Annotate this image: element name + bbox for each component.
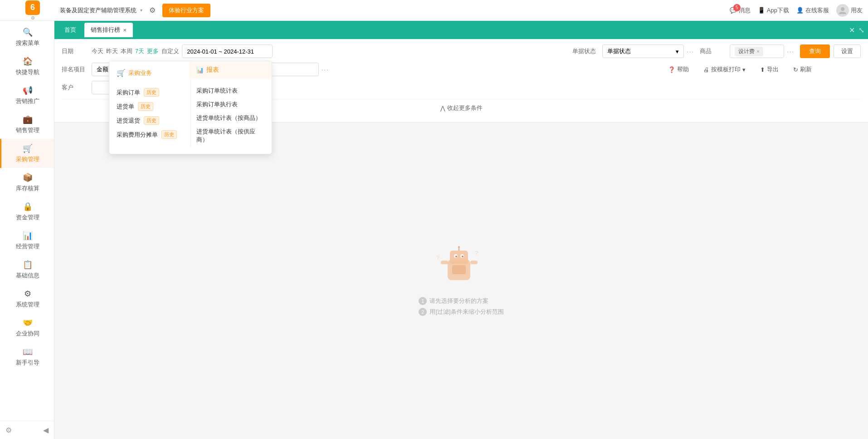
doc-status-value: 单据状态 (607, 47, 631, 55)
refresh-btn[interactable]: ↻ 刷新 (790, 64, 815, 75)
menu-item-incoming-stats-goods[interactable]: 进货单统计表（按商品） (196, 111, 265, 125)
industry-btn[interactable]: 体验行业方案 (162, 4, 210, 17)
sidebar-settings-icon[interactable]: ⚙ (5, 426, 12, 434)
top-header: 6 ⚙ 装备及固定资产辅助管理系统 ▾ ⚙ 体验行业方案 💬 5 消息 📱 Ap… (0, 0, 868, 21)
menu-item-return[interactable]: 进货退货 历史 (117, 113, 185, 128)
svg-rect-10 (441, 261, 448, 264)
sidebar-label-quicknav: 快捷导航 (16, 68, 39, 76)
hint-num-2: 2 (419, 308, 427, 316)
search-icon: 🔍 (23, 27, 33, 37)
sidebar-item-inventory[interactable]: 📦 库存核算 (0, 168, 54, 197)
export-btn[interactable]: ⬆ 导出 (756, 64, 782, 75)
tab-close-all-icon[interactable]: ✕ (849, 26, 855, 35)
help-label: 帮助 (677, 65, 689, 74)
system-title-area: 装备及固定资产辅助管理系统 ▾ ⚙ 体验行业方案 (60, 4, 730, 17)
rank-item-label: 排名项目 (62, 65, 89, 74)
tab-sales-rank[interactable]: 销售排行榜 ✕ (84, 23, 133, 37)
date-week[interactable]: 本周 (121, 47, 132, 55)
menu-item-incoming[interactable]: 进货单 历史 (117, 99, 185, 113)
empty-area: ? ? 1 请先选择要分析的方案 2 用[过滤]条件来缩小分析范围 (54, 123, 868, 439)
doc-status-select[interactable]: 单据状态 ▾ (602, 44, 684, 58)
sidebar-item-purchase[interactable]: 🛒 采购管理 (0, 139, 54, 168)
purchase-section-title: 🛒 采购业务 (117, 69, 185, 80)
purchase-expense-label: 采购费用分摊单 (117, 131, 158, 139)
menu-item-purchase-order-stats[interactable]: 采购订单统计表 (196, 84, 265, 98)
sidebar-label-sales: 销售管理 (16, 126, 39, 134)
empty-hints: 1 请先选择要分析的方案 2 用[过滤]条件来缩小分析范围 (419, 297, 503, 316)
purchase-section-label: 采购业务 (128, 69, 152, 77)
logo-sub: ⚙ (31, 15, 35, 20)
set-button[interactable]: 设置 (834, 44, 861, 58)
hint-item-1: 1 请先选择要分析的方案 (419, 297, 503, 305)
print-arrow-icon: ▾ (742, 66, 746, 73)
online-service-item[interactable]: 👤 在线客服 (796, 6, 829, 15)
cooperation-icon: 🤝 (23, 318, 33, 328)
date-today[interactable]: 今天 (92, 47, 103, 55)
sidebar-item-operations[interactable]: 📊 经营管理 (0, 226, 54, 255)
sidebar-label-cooperation: 企业协同 (16, 330, 39, 338)
date-filter-label: 日期 (62, 47, 89, 55)
menu-item-purchase-expense[interactable]: 采购费用分摊单 历史 (117, 128, 185, 142)
hint-text-2: 用[过滤]条件来缩小分析范围 (429, 308, 503, 316)
help-icon: ❓ (668, 66, 675, 73)
menu-item-purchase-order-exec[interactable]: 采购订单执行表 (196, 98, 265, 111)
menu-item-incoming-stats-supplier[interactable]: 进货单统计表（按供应商） (196, 125, 265, 147)
svg-rect-9 (452, 265, 466, 274)
doc-status-more-icon[interactable]: ··· (687, 48, 694, 55)
notification-item[interactable]: 💬 5 消息 (730, 6, 751, 15)
svg-text:?: ? (436, 254, 439, 261)
sidebar-item-quicknav[interactable]: 🏠 快捷导航 (0, 52, 54, 81)
export-label: 导出 (767, 65, 779, 74)
toolbar-row: 日期 今天 昨天 本周 7天 更多 自定义 单据状态 单据状态 (62, 44, 861, 58)
tab-close-icon[interactable]: ✕ (123, 28, 127, 33)
goods-select[interactable]: 设计费 × (730, 44, 784, 58)
sidebar-item-basicinfo[interactable]: 📋 基础信息 (0, 255, 54, 284)
salesperson-more-icon[interactable]: ··· (322, 66, 329, 73)
sidebar-item-cooperation[interactable]: 🤝 企业协同 (0, 313, 54, 342)
rank-item-value: 金额 (97, 65, 108, 74)
svg-point-8 (458, 246, 460, 248)
date-yesterday[interactable]: 昨天 (106, 47, 118, 55)
query-button[interactable]: 查询 (800, 44, 830, 58)
report-section-header: 📊 报表 (189, 61, 272, 79)
date-7days[interactable]: 7天 (135, 47, 144, 55)
date-more[interactable]: 更多 (147, 47, 159, 55)
incoming-label: 进货单 (117, 103, 134, 111)
tab-home-label: 首页 (64, 26, 76, 34)
sidebar-label-finance: 资金管理 (16, 213, 39, 222)
app-download-item[interactable]: 📱 App下载 (758, 6, 789, 15)
collapse-btn[interactable]: ⋀ 收起更多条件 (438, 101, 485, 115)
doc-status-arrow: ▾ (676, 48, 679, 55)
system-icon: ⚙ (24, 289, 31, 299)
sidebar-label-system: 系统管理 (16, 301, 39, 309)
user-item[interactable]: 用友 (836, 4, 863, 17)
goods-tag-close[interactable]: × (756, 49, 759, 54)
app-download-label: App下载 (767, 6, 789, 15)
sidebar-item-sales[interactable]: 💼 销售管理 (0, 110, 54, 139)
date-range-input[interactable] (182, 44, 273, 58)
sidebar-item-marketing[interactable]: 📢 营销推广 (0, 81, 54, 110)
settings-icon[interactable]: ⚙ (146, 4, 159, 17)
sales-icon: 💼 (23, 114, 33, 124)
sidebar-item-search[interactable]: 🔍 搜索菜单 (0, 23, 54, 52)
sidebar-item-system[interactable]: ⚙ 系统管理 (0, 284, 54, 313)
collapse-label: 收起更多条件 (447, 104, 483, 112)
print-btn[interactable]: 🖨 按模板打印 ▾ (700, 64, 749, 75)
sidebar-label-purchase: 采购管理 (16, 155, 39, 163)
tab-bar-right: ✕ ⤡ (849, 26, 864, 35)
sidebar-collapse-icon[interactable]: ◀ (43, 426, 49, 434)
goods-more-icon[interactable]: ··· (787, 48, 795, 55)
sidebar: 🔍 搜索菜单 🏠 快捷导航 📢 营销推广 💼 销售管理 🛒 采购管理 📦 库存核… (0, 21, 54, 439)
online-service-label: 在线客服 (805, 6, 829, 15)
help-btn[interactable]: ❓ 帮助 (664, 64, 692, 75)
sidebar-item-finance[interactable]: 🔒 资金管理 (0, 197, 54, 226)
date-custom[interactable]: 自定义 (161, 47, 179, 55)
menu-item-purchase-order[interactable]: 采购订单 历史 (117, 85, 185, 99)
incoming-history-badge: 历史 (138, 102, 153, 111)
tab-expand-icon[interactable]: ⤡ (858, 26, 864, 35)
title-arrow-icon[interactable]: ▾ (140, 8, 142, 13)
tab-home[interactable]: 首页 (58, 23, 83, 37)
sidebar-item-guide[interactable]: 📖 新手引导 (0, 342, 54, 371)
customer-label: 客户 (62, 84, 89, 92)
logo-icon: 6 (25, 0, 40, 15)
